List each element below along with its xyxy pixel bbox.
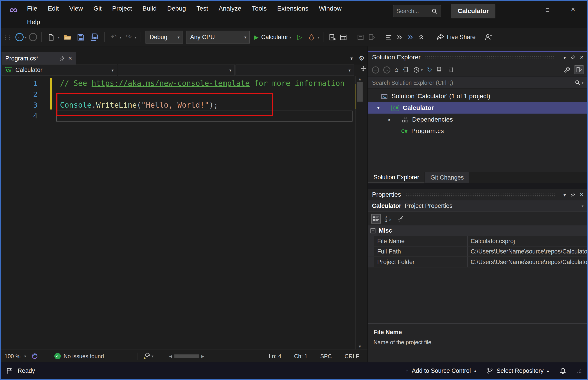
close-panel-icon[interactable]: × (580, 54, 584, 61)
split-window-button[interactable] (360, 65, 367, 72)
zoom-dropdown[interactable]: 100 % ▾ (4, 353, 26, 359)
start-without-debugging-button[interactable]: ▷ (297, 33, 302, 41)
panel-drag-grip[interactable] (425, 56, 554, 59)
window-layout-icon[interactable] (340, 34, 347, 41)
column-indicator[interactable]: Ch: 1 (294, 353, 308, 359)
sync-with-active-document-icon[interactable] (403, 66, 409, 73)
code-cleanup-broom-icon[interactable] (143, 353, 150, 360)
line-ending-indicator[interactable]: CRLF (345, 353, 359, 359)
chevron-down-icon[interactable]: ▾ (582, 80, 584, 84)
category-row-misc[interactable]: − Misc (368, 225, 587, 236)
line-list-icon[interactable] (385, 34, 392, 41)
toolbar-extra-icon-2[interactable] (368, 34, 375, 41)
indent-chevrons-icon-3[interactable] (418, 34, 425, 41)
pin-icon[interactable] (570, 192, 575, 197)
code-editor[interactable]: 1 // See https://aka.ms/new-console-temp… (1, 76, 367, 349)
menu-help[interactable]: Help (22, 16, 45, 28)
solution-platform-dropdown[interactable]: Any CPU ▾ (186, 31, 250, 44)
property-value[interactable]: C:\Users\UserName\source\repos\Calculato… (468, 257, 587, 267)
new-file-button[interactable]: ▾ (46, 34, 60, 41)
quick-search-box[interactable]: Search... (393, 5, 441, 17)
property-value[interactable]: Calculator.csproj (468, 236, 587, 246)
menu-debug[interactable]: Debug (162, 1, 191, 16)
save-all-button[interactable] (89, 33, 100, 41)
scroll-left-icon[interactable]: ◀ (169, 354, 172, 358)
menu-analyze[interactable]: Analyze (213, 1, 247, 16)
refresh-icon[interactable]: ↻ (427, 66, 432, 74)
solution-configuration-dropdown[interactable]: Debug ▾ (146, 31, 183, 44)
spaces-indicator[interactable]: SPC (320, 353, 332, 359)
document-list-chevron-icon[interactable]: ▾ (350, 56, 353, 61)
categorized-view-button[interactable] (371, 214, 381, 223)
start-debugging-button[interactable]: ▶ Calculator ▾ (254, 34, 292, 40)
tree-row-program-cs[interactable]: C# Program.cs (368, 125, 587, 137)
close-tab-icon[interactable]: × (68, 55, 72, 62)
solution-explorer-search-box[interactable]: Search Solution Explorer (Ctrl+;) ▾ (368, 76, 587, 88)
issues-status-text[interactable]: No issues found (64, 353, 104, 359)
close-panel-icon[interactable]: × (580, 191, 584, 198)
tree-row-project-calculator[interactable]: ▾ C# Calculator (368, 102, 587, 114)
preview-selected-items-toggle[interactable] (574, 65, 584, 74)
scrollbar-thumb[interactable] (357, 82, 363, 102)
line-indicator[interactable]: Ln: 4 (269, 353, 281, 359)
property-value[interactable]: C:\Users\UserName\source\repos\Calculato… (468, 247, 587, 257)
panel-drag-grip[interactable] (405, 193, 554, 196)
save-button[interactable] (75, 34, 86, 41)
window-position-chevron-icon[interactable]: ▾ (564, 55, 566, 60)
minimize-button[interactable]: ─ (509, 1, 535, 18)
menu-test[interactable]: Test (191, 1, 213, 16)
member-dropdown[interactable]: ▾ (236, 64, 354, 76)
tree-row-solution[interactable]: Solution 'Calculator' (1 of 1 project) (368, 90, 587, 102)
window-resize-grip[interactable] (577, 368, 582, 373)
navigate-forward-button[interactable]: → (29, 33, 37, 41)
vertical-scrollbar[interactable]: ▲ ▼ (355, 76, 364, 349)
properties-wrench-icon[interactable] (564, 66, 570, 73)
hot-reload-button[interactable]: ▾ (306, 34, 319, 40)
panel-splitter[interactable] (368, 183, 587, 189)
redo-button[interactable]: ↷ ▾ (124, 34, 137, 41)
menu-extensions[interactable]: Extensions (272, 1, 314, 16)
indent-chevrons-icon-2[interactable] (407, 34, 414, 41)
tree-collapsed-icon[interactable]: ▸ (388, 117, 391, 122)
show-all-files-icon[interactable] (447, 66, 454, 73)
add-to-source-control-button[interactable]: ↑ Add to Source Control ▴ (405, 367, 476, 374)
menu-view[interactable]: View (64, 1, 88, 16)
menu-window[interactable]: Window (314, 1, 347, 16)
indent-chevrons-icon-1[interactable] (396, 34, 403, 41)
scroll-down-icon[interactable]: ▼ (356, 344, 364, 348)
menu-tools[interactable]: Tools (246, 1, 272, 16)
home-icon[interactable]: ⌂ (395, 66, 398, 74)
scroll-right-icon[interactable]: ▶ (201, 354, 204, 358)
property-row-file-name[interactable]: File Name Calculator.csproj (368, 236, 587, 247)
comment-link[interactable]: https://aka.ms/new-console-template (92, 79, 250, 88)
menu-file[interactable]: File (22, 1, 42, 16)
maximize-button[interactable]: □ (535, 1, 560, 18)
pin-icon[interactable] (59, 56, 65, 61)
feedback-person-icon[interactable] (485, 34, 492, 41)
selected-object-dropdown[interactable]: Calculator Project Properties ▾ (368, 200, 587, 212)
background-tasks-flag-icon[interactable] (6, 367, 13, 374)
navigate-backward-button[interactable]: ← ▾ (15, 33, 26, 41)
menu-git[interactable]: Git (88, 1, 107, 16)
se-back-icon[interactable]: ← (372, 66, 379, 74)
document-tab-program-cs[interactable]: Program.cs* × (1, 52, 76, 64)
chevron-down-icon[interactable]: ▾ (152, 354, 153, 358)
tab-git-changes[interactable]: Git Changes (425, 172, 469, 183)
project-dropdown[interactable]: C# Calculator ▾ (1, 64, 117, 76)
toolbar-drag-handle[interactable]: ⋮⋮ (3, 34, 11, 40)
tab-solution-explorer[interactable]: Solution Explorer (368, 172, 424, 183)
horizontal-scrollbar-thumb[interactable] (174, 354, 199, 358)
close-button[interactable]: × (560, 1, 586, 18)
editor-options-gear-icon[interactable]: ⚙ (359, 54, 365, 62)
scroll-up-icon[interactable]: ▲ (356, 77, 364, 81)
alphabetical-sort-button[interactable]: AZ (384, 214, 392, 223)
menu-build[interactable]: Build (137, 1, 162, 16)
tree-expanded-icon[interactable]: ▾ (377, 105, 380, 110)
menu-edit[interactable]: Edit (42, 1, 64, 16)
type-dropdown[interactable]: ▾ (118, 64, 235, 76)
horizontal-scrollbar[interactable]: ◀ ▶ (169, 354, 204, 358)
window-position-chevron-icon[interactable]: ▾ (564, 192, 566, 198)
property-row-project-folder[interactable]: Project Folder C:\Users\UserName\source\… (368, 257, 587, 267)
toolbar-extra-icon-1[interactable] (357, 34, 364, 41)
collapse-category-icon[interactable]: − (370, 228, 375, 233)
